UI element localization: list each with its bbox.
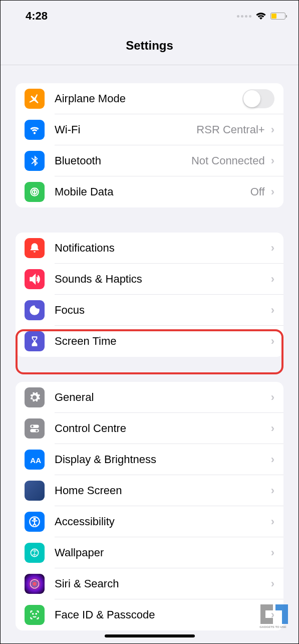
row-sounds[interactable]: Sounds & Haptics › [16,264,283,295]
row-label: Airplane Mode [55,92,242,105]
bluetooth-icon [25,151,45,171]
chevron-right-icon: › [271,335,274,348]
row-label: Wi-Fi [55,123,196,136]
svg-point-9 [30,579,39,588]
gear-icon [25,387,45,407]
row-home-screen[interactable]: Home Screen › [16,475,283,506]
row-control-centre[interactable]: Control Centre › [16,413,283,444]
row-label: General [55,391,269,404]
row-label: Focus [55,304,269,317]
row-detail: Not Connected [191,154,265,167]
siri-icon [25,574,45,594]
wifi-icon [255,12,266,20]
row-mobile-data[interactable]: Mobile Data Off › [16,176,283,207]
accessibility-icon [25,512,45,532]
row-faceid-passcode[interactable]: Face ID & Passcode › [16,599,283,630]
row-display-brightness[interactable]: AA Display & Brightness › [16,444,283,475]
home-screen-icon [25,481,45,501]
row-notifications[interactable]: Notifications › [16,233,283,264]
settings-group-alerts: Notifications › Sounds & Haptics › Focus… [16,233,283,357]
cellular-icon [25,182,45,202]
chevron-right-icon: › [271,391,274,404]
airplane-icon [25,89,45,109]
row-wifi[interactable]: Wi-Fi RSR Central+ › [16,114,283,145]
row-label: Mobile Data [55,185,250,198]
row-label: Sounds & Haptics [55,273,269,286]
home-indicator[interactable] [105,634,195,637]
faceid-icon [25,605,45,625]
svg-point-11 [33,613,34,614]
row-screen-time[interactable]: Screen Time › [16,326,283,357]
chevron-right-icon: › [271,546,274,559]
hourglass-icon [25,331,45,351]
svg-point-10 [32,581,38,587]
chevron-right-icon: › [271,515,274,528]
row-siri-search[interactable]: Siri & Search › [16,568,283,599]
row-label: Face ID & Passcode [55,608,269,621]
chevron-right-icon: › [271,484,274,497]
row-airplane-mode[interactable]: Airplane Mode [16,83,283,114]
row-label: Accessibility [55,515,269,528]
signal-dots-icon [237,15,251,18]
row-label: Bluetooth [55,154,191,167]
chevron-right-icon: › [271,185,274,198]
svg-rect-0 [34,189,35,195]
chevron-right-icon: › [271,154,274,167]
settings-group-general: General › Control Centre › AA Display & … [16,382,283,630]
airplane-toggle[interactable] [242,89,274,108]
chevron-right-icon: › [271,273,274,286]
watermark-logo: GADGETS TO USE [250,599,295,629]
status-bar: 4:28 [1,1,298,27]
row-detail: RSR Central+ [196,123,264,136]
row-label: Display & Brightness [55,453,269,466]
svg-text:GADGETS TO USE: GADGETS TO USE [259,625,286,628]
notifications-icon [25,238,45,258]
status-time: 4:28 [26,10,48,23]
row-focus[interactable]: Focus › [16,295,283,326]
row-general[interactable]: General › [16,382,283,413]
chevron-right-icon: › [271,123,274,136]
row-bluetooth[interactable]: Bluetooth Not Connected › [16,145,283,176]
row-label: Home Screen [55,484,269,497]
row-detail: Off [250,185,265,198]
row-accessibility[interactable]: Accessibility › [16,506,283,537]
row-label: Siri & Search [55,577,269,590]
svg-text:AA: AA [30,456,41,465]
svg-point-4 [36,430,38,432]
chevron-right-icon: › [271,304,274,317]
svg-point-7 [34,518,35,520]
page-title: Settings [1,27,298,65]
svg-point-12 [36,613,37,614]
chevron-right-icon: › [271,242,274,255]
chevron-right-icon: › [271,453,274,466]
wifi-settings-icon [25,120,45,140]
chevron-right-icon: › [271,422,274,435]
row-wallpaper[interactable]: Wallpaper › [16,537,283,568]
focus-icon [25,300,45,320]
settings-group-connectivity: Airplane Mode Wi-Fi RSR Central+ › Bluet… [16,83,283,207]
status-right [237,12,285,20]
wallpaper-icon [25,543,45,563]
row-label: Screen Time [55,335,269,348]
svg-point-3 [32,425,34,427]
row-label: Control Centre [55,422,269,435]
row-label: Notifications [55,242,269,255]
chevron-right-icon: › [271,577,274,590]
display-icon: AA [25,450,45,470]
sounds-icon [25,269,45,289]
row-label: Wallpaper [55,546,269,559]
battery-icon [270,13,285,20]
control-centre-icon [25,418,45,439]
